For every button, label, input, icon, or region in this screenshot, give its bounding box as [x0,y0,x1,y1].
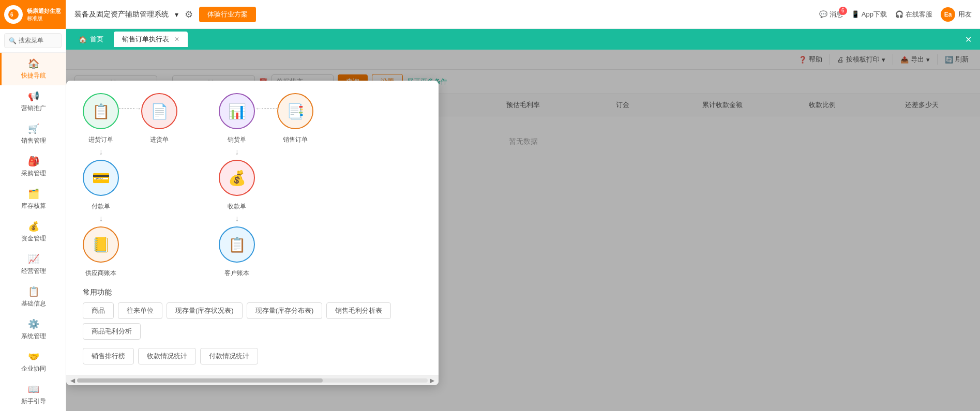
purchase-order-label: 进货订单 [88,135,113,144]
message-badge: 6 [839,7,847,15]
sidebar-item-1[interactable]: 📢营销推广 [0,85,66,118]
arrow-down-2: ↓ [235,144,239,160]
settings-icon[interactable]: ⚙ [185,9,193,20]
message-icon: 💬 [819,10,827,18]
sidebar-item-icon-0: 🏠 [28,58,39,69]
sidebar-item-label-1: 营销推广 [21,104,46,113]
sales-order-label: 销售订单 [283,135,308,144]
message-action[interactable]: 💬 6 消息 [819,10,843,19]
tab-home[interactable]: 🏠 首页 [70,32,112,47]
purchase-order-circle[interactable]: 📋 [83,93,119,129]
sidebar-item-label-9: 企业协同 [21,364,46,373]
sidebar-item-6[interactable]: 📈经营管理 [0,248,66,281]
customer-account-node[interactable]: 📋 客户账本 [219,226,255,278]
main-area: 装备及固定资产辅助管理系统 ▾ ⚙ 体验行业方案 💬 6 消息 📱 App下载 … [66,0,980,411]
sidebar-item-icon-2: 🛒 [28,123,39,134]
topbar-actions: 💬 6 消息 📱 App下载 🎧 在线客服 Ea 用友 [819,7,972,22]
tab-sales-label: 销售订单执行表 [122,35,169,44]
search-icon: 🔍 [9,37,17,44]
sidebar-item-10[interactable]: 📖新手引导 [0,378,66,411]
sidebar-item-icon-4: 🗂️ [28,188,39,200]
topbar: 装备及固定资产辅助管理系统 ▾ ⚙ 体验行业方案 💬 6 消息 📱 App下载 … [66,0,980,29]
customer-account-circle[interactable]: 📋 [219,226,255,263]
sales-bill-node[interactable]: 📊 销货单 [219,93,255,144]
supplier-account-circle[interactable]: 📒 [83,226,119,263]
online-service-action[interactable]: 🎧 在线客服 [895,10,932,19]
payment-node[interactable]: 💳 付款单 [83,160,119,211]
scroll-bar[interactable]: ◀ ▶ [66,375,439,385]
system-dropdown[interactable]: ▾ [175,10,178,19]
customer-account-label: 客户账本 [224,269,249,278]
common-btn-0[interactable]: 商品 [83,302,114,319]
receipt-circle[interactable]: 💰 [219,160,255,196]
search-menu-button[interactable]: 🔍 搜索菜单 [4,33,62,48]
arrow-down-1: ↓ [99,144,103,160]
scroll-left-btn[interactable]: ◀ [68,377,77,384]
sales-bill-circle[interactable]: 📊 [219,93,255,129]
common-btn-3[interactable]: 现存量(库存分布表) [247,302,323,319]
sidebar-item-icon-8: ⚙️ [28,318,39,330]
purchase-bill-icon: 📄 [150,103,169,120]
user-area[interactable]: Ea 用友 [941,7,972,22]
purchase-bill-circle[interactable]: 📄 [141,93,177,129]
sidebar-item-icon-7: 📋 [28,286,39,297]
common-btn-1[interactable]: 往来单位 [118,302,162,319]
scroll-thumb [77,378,323,383]
sidebar-item-icon-1: 📢 [28,90,39,102]
app-download-label: App下载 [862,10,887,19]
sidebar-item-4[interactable]: 🗂️库存核算 [0,183,66,216]
scroll-right-btn[interactable]: ▶ [428,377,436,384]
payment-label: 付款单 [92,202,110,211]
tab-bar-close-icon[interactable]: ✕ [961,33,976,47]
arrow-down-4: ↓ [235,211,239,226]
common-btn-4[interactable]: 销售毛利分析表 [326,302,391,319]
sidebar-item-icon-5: 💰 [28,221,39,232]
common-btn-2[interactable]: 现存量(库存状况表) [167,302,243,319]
purchase-bill-node[interactable]: 📄 进货单 [141,93,177,144]
trial-button[interactable]: 体验行业方案 [199,7,256,22]
system-title: 装备及固定资产辅助管理系统 [74,10,169,19]
common-functions: 常用功能 商品往来单位现存量(库存状况表)现存量(库存分布表)销售毛利分析表商品… [83,288,422,364]
logo-text: 畅康通好生意 [27,7,61,14]
customer-account-icon: 📋 [228,236,246,253]
tab-sales-order-execution[interactable]: 销售订单执行表 ✕ [114,32,188,47]
receipt-node[interactable]: 💰 收款单 [219,160,255,211]
modal-overlay[interactable]: 📋 进货订单 ↓ 💳 付款单 [66,50,980,411]
logo-sub: 标准版 [27,15,61,22]
sidebar-item-0[interactable]: 🏠快捷导航 [0,53,66,85]
svg-point-0 [8,9,19,20]
sidebar-item-8[interactable]: ⚙️系统管理 [0,313,66,346]
tab-close-icon[interactable]: ✕ [174,36,179,43]
search-menu-label: 搜索菜单 [19,36,43,45]
sidebar-item-label-3: 采购管理 [21,169,46,178]
purchase-bill-label: 进货单 [150,135,169,144]
common-btn-6[interactable]: 销售排行榜 [83,348,134,364]
sidebar-item-icon-6: 📈 [28,253,39,265]
user-name: 用友 [958,10,972,19]
home-icon: 🏠 [79,36,87,43]
app-download-action[interactable]: 📱 App下载 [851,10,887,19]
purchase-order-node[interactable]: 📋 进货订单 [83,93,119,144]
common-btn-5[interactable]: 商品毛利分析 [83,323,141,340]
payment-circle[interactable]: 💳 [83,160,119,196]
sidebar-item-label-8: 系统管理 [21,332,46,341]
common-btn-7[interactable]: 收款情况统计 [138,348,196,364]
download-icon: 📱 [851,10,860,18]
sidebar-item-label-7: 基础信息 [21,299,46,308]
sidebar-item-9[interactable]: 🤝企业协同 [0,346,66,378]
sales-order-circle[interactable]: 📑 [277,93,313,129]
sidebar-item-7[interactable]: 📋基础信息 [0,281,66,313]
supplier-account-node[interactable]: 📒 供应商账本 [83,226,119,278]
scroll-track [77,378,428,383]
sidebar-item-3[interactable]: 🎒采购管理 [0,150,66,183]
sidebar-item-5[interactable]: 💰资金管理 [0,216,66,248]
sidebar-item-2[interactable]: 🛒销售管理 [0,118,66,150]
sidebar-search-area: 🔍 搜索菜单 [0,29,66,53]
sales-order-node[interactable]: 📑 销售订单 [277,93,313,144]
sidebar-item-label-5: 资金管理 [21,234,46,243]
common-btn-8[interactable]: 付款情况统计 [200,348,258,364]
sidebar-item-icon-10: 📖 [28,384,39,395]
sidebar-nav: 🏠快捷导航📢营销推广🛒销售管理🎒采购管理🗂️库存核算💰资金管理📈经营管理📋基础信… [0,53,66,411]
svg-text:6: 6 [10,12,13,18]
tab-home-label: 首页 [90,35,103,44]
